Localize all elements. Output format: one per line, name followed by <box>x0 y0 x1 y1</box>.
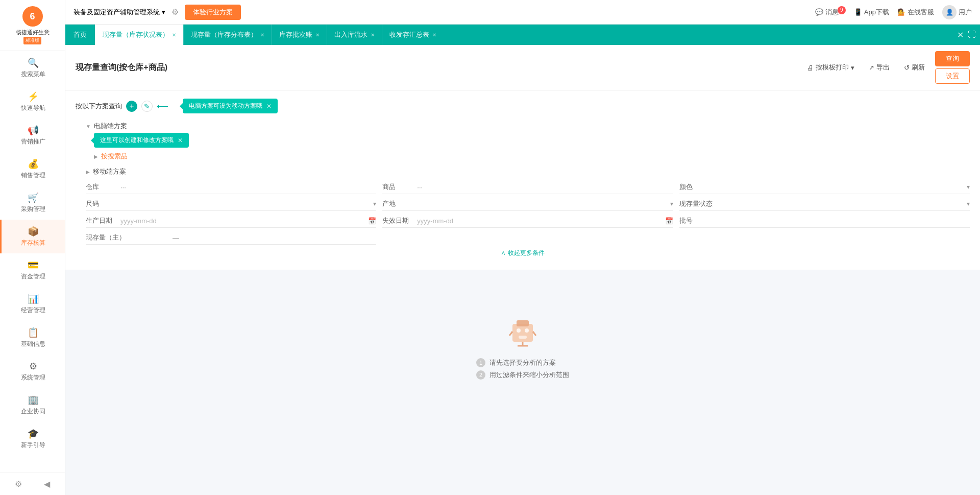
app-download-item[interactable]: 📱 App下载 <box>854 8 889 17</box>
range-separator: — <box>173 234 179 242</box>
filter-section: 按以下方案查询 ＋ ✎ ⟵ 电脑方案可设为移动方案哦 ✕ ▼ 电脑端方案 <box>65 90 980 270</box>
production-date-calendar-icon[interactable]: 📅 <box>368 217 376 225</box>
sidebar-nav: 🔍 搜索菜单 ⚡ 快速导航 📢 营销推广 💰 销售管理 🛒 采购管理 📦 库存核… <box>0 51 65 473</box>
collapse-sidebar-icon[interactable]: ◀ <box>44 479 50 489</box>
tab-close-in-out-flow[interactable]: ✕ <box>371 32 375 38</box>
field-warehouse-dots[interactable]: ··· <box>120 183 126 191</box>
user-item[interactable]: 👤 用户 <box>942 5 972 19</box>
scheme-arrow-desktop: ▼ <box>86 124 91 129</box>
page-content: 现存量查询(按仓库+商品) 🖨 按模板打印 ▾ ↗ 导出 ↺ 刷新 <box>65 45 980 495</box>
top-header: 装备及固定资产辅助管理系统 ▾ ⚙ 体验行业方案 💬 消息 9 📱 App下载 … <box>65 0 980 25</box>
sidebar-item-enterprise[interactable]: 🏢 企业协同 <box>0 388 65 422</box>
origin-dropdown-icon[interactable]: ▾ <box>670 200 673 207</box>
header-left: 装备及固定资产辅助管理系统 ▾ ⚙ 体验行业方案 <box>74 5 241 20</box>
tab-bar-actions: ✕ ⛶ <box>957 30 980 40</box>
tab-label: 库存批次账 <box>279 30 312 39</box>
sidebar-item-search[interactable]: 🔍 搜索菜单 <box>0 51 65 85</box>
online-service-item[interactable]: 💁 在线客服 <box>897 8 934 17</box>
field-batch: 批号 <box>679 216 970 228</box>
scheme-mobile-label: 移动端方案 <box>93 167 126 176</box>
sidebar-item-inventory[interactable]: 📦 库存核算 <box>0 220 65 253</box>
tab-in-out-flow[interactable]: 出入库流水 ✕ <box>327 25 382 45</box>
tab-inventory-dist[interactable]: 现存量（库存分布表） ✕ <box>183 25 272 45</box>
field-batch-label: 批号 <box>679 216 710 225</box>
collapse-label: 收起更多条件 <box>508 249 545 256</box>
field-color: 颜色 ▾ <box>679 182 970 194</box>
set-button[interactable]: 设置 <box>935 68 970 84</box>
sidebar-item-label: 快速导航 <box>21 104 45 112</box>
stock-status-dropdown-icon[interactable]: ▾ <box>967 200 970 207</box>
settings-bottom-icon[interactable]: ⚙ <box>15 479 22 489</box>
scheme-mobile-group: ▶ 移动端方案 <box>86 165 970 178</box>
edit-scheme-btn[interactable]: ✎ <box>141 101 153 112</box>
color-dropdown-icon[interactable]: ▾ <box>967 183 970 191</box>
field-production-date: 生产日期 📅 <box>86 216 376 228</box>
add-scheme-btn[interactable]: ＋ <box>126 101 137 112</box>
notification-item[interactable]: 💬 消息 9 <box>815 8 846 17</box>
sidebar-item-operations[interactable]: 📊 经营管理 <box>0 287 65 321</box>
service-icon: 💁 <box>897 8 905 16</box>
expiry-date-calendar-icon[interactable]: 📅 <box>665 217 673 225</box>
svg-point-3 <box>525 328 529 333</box>
field-size: 尺码 ▾ <box>86 199 376 211</box>
tip-num-2: 2 <box>476 370 485 380</box>
sidebar-item-base-info[interactable]: 📋 基础信息 <box>0 321 65 355</box>
page-actions: 🖨 按模板打印 ▾ ↗ 导出 ↺ 刷新 <box>803 61 929 74</box>
tab-close-inventory-dist[interactable]: ✕ <box>260 32 264 38</box>
base-info-icon: 📋 <box>28 327 39 338</box>
production-date-input[interactable] <box>120 217 364 225</box>
stock-qty-max-input[interactable] <box>181 234 222 242</box>
field-product-dots[interactable]: ··· <box>417 183 423 191</box>
empty-state: 1 请先选择要分析的方案 2 用过滤条件来缩小分析范围 <box>65 270 980 420</box>
svg-rect-0 <box>512 324 533 342</box>
print-label: 按模板打印 <box>816 63 849 72</box>
sidebar-item-guide[interactable]: 🎓 新手引导 <box>0 422 65 456</box>
experience-button[interactable]: 体验行业方案 <box>185 5 241 20</box>
system-selector[interactable]: 装备及固定资产辅助管理系统 ▾ <box>74 8 165 17</box>
tab-batch-account[interactable]: 库存批次账 ✕ <box>272 25 327 45</box>
empty-tips: 1 请先选择要分析的方案 2 用过滤条件来缩小分析范围 <box>476 358 569 380</box>
tooltip-close-1[interactable]: ✕ <box>266 103 272 110</box>
sidebar-item-label: 新手引导 <box>21 441 45 450</box>
tab-inventory-status[interactable]: 现存量（库存状况表） ✕ <box>95 25 183 45</box>
size-dropdown-icon[interactable]: ▾ <box>373 200 376 207</box>
tab-close-batch-account[interactable]: ✕ <box>315 32 320 38</box>
collapse-bar[interactable]: ∧ 收起更多条件 <box>76 245 970 262</box>
sidebar-item-quick-nav[interactable]: ⚡ 快速导航 <box>0 85 65 119</box>
sidebar-item-finance[interactable]: 💳 资金管理 <box>0 253 65 287</box>
query-button[interactable]: 查询 <box>935 51 970 66</box>
tip-text-1: 请先选择要分析的方案 <box>489 358 556 367</box>
scheme-desktop-item[interactable]: ▶ 按搜索品 <box>94 150 970 163</box>
sidebar-item-marketing[interactable]: 📢 营销推广 <box>0 119 65 152</box>
tab-close-all-icon[interactable]: ✕ <box>957 30 964 40</box>
arrow-left-icon[interactable]: ⟵ <box>157 101 168 111</box>
sidebar-item-system[interactable]: ⚙ 系统管理 <box>0 355 65 388</box>
main-area: 装备及固定资产辅助管理系统 ▾ ⚙ 体验行业方案 💬 消息 9 📱 App下载 … <box>65 0 980 495</box>
refresh-icon: ↺ <box>904 64 910 72</box>
sidebar-item-label: 系统管理 <box>21 373 45 382</box>
tab-label: 现存量（库存状况表） <box>103 30 169 39</box>
tab-fullscreen-icon[interactable]: ⛶ <box>968 30 976 39</box>
page-title: 现存量查询(按仓库+商品) <box>76 62 167 73</box>
print-button[interactable]: 🖨 按模板打印 ▾ <box>803 61 859 74</box>
tab-close-inventory-status[interactable]: ✕ <box>172 32 176 38</box>
system-dropdown-icon: ▾ <box>162 8 165 16</box>
filter-row-1: 仓库 ··· 商品 ··· 颜色 ▾ <box>86 182 970 194</box>
expiry-date-input[interactable] <box>417 217 660 225</box>
sidebar-item-sales[interactable]: 💰 销售管理 <box>0 152 65 186</box>
sidebar-item-purchase[interactable]: 🛒 采购管理 <box>0 186 65 220</box>
tab-close-receive-summary[interactable]: ✕ <box>432 32 436 38</box>
header-settings-icon[interactable]: ⚙ <box>172 7 179 17</box>
tooltip-close-2[interactable]: ✕ <box>178 137 183 144</box>
stock-qty-min-input[interactable] <box>130 234 170 242</box>
batch-input[interactable] <box>714 217 970 225</box>
refresh-button[interactable]: ↺ 刷新 <box>900 61 929 74</box>
export-button[interactable]: ↗ 导出 <box>865 61 894 74</box>
sidebar-item-label: 经营管理 <box>21 306 45 315</box>
tab-home[interactable]: 首页 <box>65 25 95 45</box>
tab-receive-summary[interactable]: 收发存汇总表 ✕ <box>382 25 444 45</box>
logo-icon: 6 <box>22 6 43 27</box>
online-service-label: 在线客服 <box>908 8 934 17</box>
logo-area: 6 畅捷通好生意 标准版 <box>0 0 65 51</box>
tip-text-2: 用过滤条件来缩小分析范围 <box>489 370 569 380</box>
